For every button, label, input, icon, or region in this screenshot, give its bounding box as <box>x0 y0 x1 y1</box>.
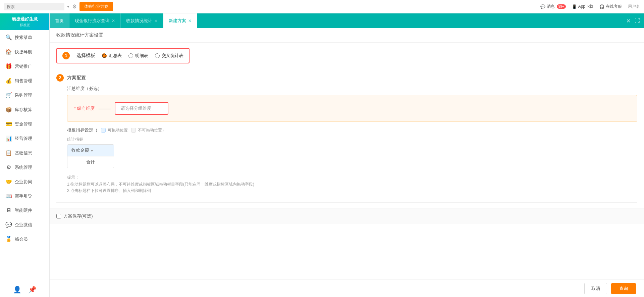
sidebar-bottom-icon1[interactable]: 👤 <box>13 286 21 294</box>
tab-new-plan-label: 新建方案 <box>169 18 186 24</box>
search-input[interactable] <box>4 3 64 10</box>
step2-label: 方案配置 <box>67 75 86 81</box>
step2-section: 2 方案配置 汇总维度（必选） * 纵向维度 —— 请选择分组维度 <box>50 74 644 202</box>
search-menu-icon: 🔍 <box>5 34 12 41</box>
sidebar-label: 基础信息 <box>15 150 32 156</box>
sidebar-item-basic-info[interactable]: 📋 基础信息 <box>0 146 49 160</box>
tab-home[interactable]: 首页 <box>50 13 69 28</box>
indicator-settings: 模板指标设定（ 可拖动位置 不可拖动位置） <box>67 127 637 169</box>
sidebar-item-purchase[interactable]: 🛒 采购管理 <box>0 88 49 102</box>
logo-sub: 标准版 <box>20 23 30 28</box>
message-btn[interactable]: 💬 消息 99+ <box>540 4 566 9</box>
stats-header-cell[interactable]: 收款金额 ▾ <box>67 145 114 156</box>
dimension-select[interactable]: 请选择分组维度 <box>115 102 168 115</box>
tab-cashflow[interactable]: 现金银行流水查询 ✕ <box>69 13 121 28</box>
sidebar-label: 新手引导 <box>15 193 32 199</box>
sidebar-item-operations[interactable]: 📊 经营管理 <box>0 131 49 146</box>
radio-detail-input[interactable] <box>128 53 133 58</box>
tips-item-2: 2.点击标题栏下拉可设置排序、插入列和删除列 <box>67 188 627 194</box>
handshake-icon: 🤝 <box>5 179 12 185</box>
sidebar-label: 采购管理 <box>15 92 32 98</box>
step1-section: 1 选择模板 汇总表 明细表 <box>50 43 644 74</box>
step1-circle: 1 <box>62 52 70 59</box>
radio-summary[interactable]: 汇总表 <box>102 53 122 59</box>
radio-detail-label: 明细表 <box>135 53 148 59</box>
logo-text: 畅捷通好生意 <box>12 16 38 22</box>
sidebar-item-hardware[interactable]: 🖥 智能硬件 <box>0 203 49 217</box>
step2-header: 2 方案配置 <box>56 74 637 82</box>
page-header: 收款情况统计方案设置 <box>50 28 644 43</box>
sidebar-label: 快捷导航 <box>15 49 32 55</box>
radio-cross[interactable]: 交叉统计表 <box>155 53 183 59</box>
medal-icon: 🏅 <box>5 236 12 242</box>
sidebar-label: 经营管理 <box>15 136 32 142</box>
service-icon: 🎧 <box>599 4 604 9</box>
save-label: 方案保存(可选) <box>64 213 93 219</box>
sidebar-item-finance[interactable]: 💳 资金管理 <box>0 117 49 131</box>
query-button[interactable]: 查询 <box>611 283 636 294</box>
book-icon: 📖 <box>5 193 12 199</box>
stats-table: 收款金额 ▾ 合计 <box>67 144 114 168</box>
gift-icon: 🎁 <box>5 63 12 69</box>
legend-fixed-box <box>131 128 136 133</box>
box-icon: 📦 <box>5 106 12 113</box>
tab-new-plan[interactable]: 新建方案 ✕ <box>163 13 197 28</box>
sidebar-item-sales[interactable]: 💰 销售管理 <box>0 73 49 88</box>
cancel-button[interactable]: 取消 <box>584 283 607 294</box>
page-content: 收款情况统计方案设置 1 选择模板 汇总表 <box>50 28 644 280</box>
tab-close-window-icon[interactable]: ✕ <box>626 18 631 24</box>
tab-cashflow-close[interactable]: ✕ <box>112 18 115 23</box>
save-option: 方案保存(可选) <box>50 208 644 224</box>
radio-summary-input[interactable] <box>102 53 107 58</box>
tab-bar: 首页 现金银行流水查询 ✕ 收款情况统计 ✕ 新建方案 ✕ ✕ ⛶ <box>50 13 644 28</box>
sidebar-item-member[interactable]: 🏅 畅会员 <box>0 232 49 246</box>
download-btn[interactable]: 📱 App下载 <box>572 4 593 9</box>
sidebar-item-system[interactable]: ⚙ 系统管理 <box>0 160 49 175</box>
tab-new-plan-close[interactable]: ✕ <box>188 18 192 23</box>
tab-bar-actions: ✕ ⛶ <box>626 18 644 24</box>
sidebar-label: 畅会员 <box>15 236 28 242</box>
dropdown-arrow-icon[interactable]: ▾ <box>67 4 69 9</box>
tips-title: 提示： <box>67 175 627 180</box>
sidebar-label: 智能硬件 <box>15 207 32 213</box>
save-checkbox[interactable] <box>56 214 61 218</box>
legend-draggable: 可拖动位置 <box>101 128 128 133</box>
sidebar-item-search-menu[interactable]: 🔍 搜索菜单 <box>0 30 49 45</box>
bottom-bar: 取消 查询 <box>50 280 644 297</box>
radio-detail[interactable]: 明细表 <box>128 53 148 59</box>
indicator-title-prefix: 模板指标设定（ <box>67 127 98 133</box>
main-layout: 畅捷通好生意 标准版 🔍 搜索菜单 🏠 快捷导航 🎁 营销推广 💰 销售管理 🛒… <box>0 13 644 297</box>
sidebar-label: 库存核算 <box>15 107 32 113</box>
radio-cross-label: 交叉统计表 <box>162 53 183 59</box>
tab-receipts-close[interactable]: ✕ <box>154 18 158 23</box>
tab-maximize-icon[interactable]: ⛶ <box>635 18 640 24</box>
chat-icon: 💬 <box>5 221 12 228</box>
sidebar-item-marketing[interactable]: 🎁 营销推广 <box>0 59 49 73</box>
radio-cross-input[interactable] <box>155 53 160 58</box>
sidebar-item-guide[interactable]: 📖 新手引导 <box>0 189 49 203</box>
service-btn[interactable]: 🎧 在线客服 <box>599 4 622 9</box>
chevron-down-icon[interactable]: ▾ <box>91 148 93 153</box>
sidebar-item-wechat[interactable]: 💬 企业微信 <box>0 217 49 232</box>
dimension-row-label: * 纵向维度 <box>74 105 95 111</box>
gear-icon: ⚙ <box>5 164 12 170</box>
chart-icon: 📊 <box>5 135 12 142</box>
sidebar-bottom-icon2[interactable]: 📌 <box>28 286 37 294</box>
tab-home-label: 首页 <box>55 18 64 24</box>
stats-body-cell: 合计 <box>67 156 114 168</box>
tab-receipts[interactable]: 收款情况统计 ✕ <box>121 13 163 28</box>
sidebar-label: 搜索菜单 <box>15 35 32 41</box>
sidebar-item-inventory[interactable]: 📦 库存核算 <box>0 102 49 117</box>
stats-header: 收款金额 ▾ <box>67 145 114 156</box>
step2-circle: 2 <box>56 74 64 82</box>
top-bar: ▾ ⚙ 体验行业方案 💬 消息 99+ 📱 App下载 🎧 在线客服 用户名 <box>0 0 644 13</box>
sidebar-item-cooperation[interactable]: 🤝 企业协同 <box>0 175 49 189</box>
sidebar-logo: 畅捷通好生意 标准版 <box>0 13 49 30</box>
settings-icon[interactable]: ⚙ <box>72 3 77 10</box>
dimension-row: * 纵向维度 —— 请选择分组维度 <box>74 102 630 115</box>
sidebar-item-quick-nav[interactable]: 🏠 快捷导航 <box>0 45 49 59</box>
trial-btn[interactable]: 体验行业方案 <box>79 2 113 11</box>
sidebar-label: 资金管理 <box>15 121 32 127</box>
download-icon: 📱 <box>572 4 577 9</box>
indicator-label-row: 模板指标设定（ 可拖动位置 不可拖动位置） <box>67 127 637 133</box>
